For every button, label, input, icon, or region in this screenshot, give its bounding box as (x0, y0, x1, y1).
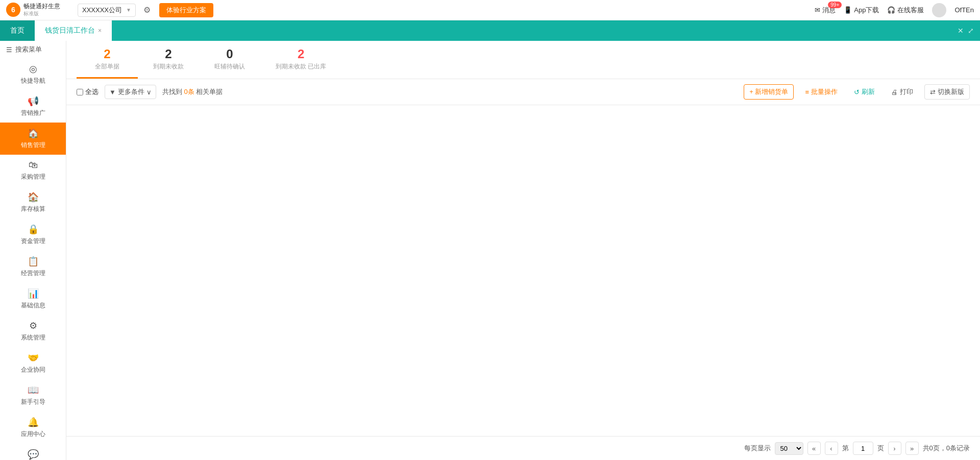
stat-tab-overdue[interactable]: 2 到期未收款 (138, 41, 199, 79)
tab-home-label: 首页 (10, 26, 24, 35)
tab-close-icon[interactable]: × (98, 27, 102, 34)
service-icon: 🎧 (887, 6, 895, 14)
stat-label-pending: 旺辅待确认 (214, 62, 245, 71)
first-page-button[interactable]: « (807, 442, 821, 455)
print-icon: 🖨 (891, 88, 898, 96)
batch-icon: ≡ (805, 88, 809, 96)
sidebar-item-capital[interactable]: 🔒 资金管理 (0, 219, 66, 251)
sidebar-item-quick-nav[interactable]: ◎ 快捷导航 (0, 58, 66, 90)
sidebar-item-app-center[interactable]: 🔔 应用中心 (0, 411, 66, 444)
batch-ops-button[interactable]: ≡ 批量操作 (800, 85, 843, 99)
sidebar-item-enterprise[interactable]: 🤝 企业协同 (0, 347, 66, 379)
inventory-icon: 🏠 (28, 191, 39, 203)
print-button[interactable]: 🖨 打印 (886, 85, 918, 99)
prev-page-button[interactable]: ‹ (825, 442, 838, 455)
stat-tab-overdue-shipped[interactable]: 2 到期未收款 已出库 (260, 41, 341, 79)
batch-label: 批量操作 (811, 87, 838, 96)
toolbar-right: + 新增销货单 ≡ 批量操作 ↺ 刷新 🖨 打印 ⇄ 切换新版 (744, 84, 970, 100)
capital-icon: 🔒 (28, 224, 39, 235)
stat-tab-all[interactable]: 2 全部单据 (77, 41, 138, 79)
found-count: 0条 (184, 88, 194, 95)
messages-badge: 99+ (828, 2, 842, 8)
app-title: 畅捷通好生意 (23, 3, 60, 10)
sidebar-item-wechat[interactable]: 💬 企业微信 (0, 444, 66, 460)
select-all-checkbox[interactable]: 全选 (77, 87, 99, 96)
messages-button[interactable]: ✉ 消息 99+ (815, 6, 836, 15)
filter-button[interactable]: ▼ 更多条件 ∨ (105, 85, 156, 99)
filter-icon: ▼ (109, 88, 116, 96)
add-sales-button[interactable]: + 新增销货单 (744, 84, 794, 100)
stats-tabs: 2 全部单据 2 到期未收款 0 旺辅待确认 2 到期未收款 已出库 (66, 41, 980, 79)
company-selector[interactable]: XXXXXX公司 ▼ (78, 4, 136, 17)
basic-info-label: 基础信息 (21, 301, 45, 310)
system-label: 系统管理 (21, 333, 45, 342)
sidebar-item-basic-info[interactable]: 📊 基础信息 (0, 283, 66, 315)
inventory-label: 库存核算 (21, 205, 45, 213)
pagination: 每页显示 50 100 « ‹ 第 页 › » 共0页，0条记录 (66, 436, 980, 460)
download-icon: 📱 (844, 6, 852, 14)
stat-label-overdue-shipped: 到期未收款 已出库 (276, 62, 326, 71)
last-page-button[interactable]: » (905, 442, 919, 455)
app-download-button[interactable]: 📱 App下载 (844, 6, 879, 15)
sales-label: 销售管理 (21, 141, 45, 150)
online-service-button[interactable]: 🎧 在线客服 (887, 6, 924, 15)
company-dropdown-arrow: ▼ (126, 7, 131, 13)
switch-icon: ⇄ (930, 88, 936, 96)
settings-icon: ⚙ (143, 5, 151, 15)
sales-icon: 🏠 (28, 128, 39, 139)
sidebar-item-guide[interactable]: 📖 新手引导 (0, 379, 66, 411)
app-name: 畅捷通好生意 标准版 (23, 3, 60, 17)
quick-nav-icon: ◎ (29, 63, 37, 75)
refresh-label: 刷新 (862, 87, 875, 96)
select-all-input[interactable] (77, 89, 83, 95)
logo-area: 6 畅捷通好生意 标准版 (6, 3, 72, 17)
stat-label-overdue: 到期未收款 (153, 62, 184, 71)
message-icon: ✉ (815, 6, 820, 14)
marketing-icon: 📢 (28, 95, 39, 107)
sidebar-item-marketing[interactable]: 📢 营销推广 (0, 90, 66, 123)
page-label-end: 页 (877, 444, 884, 453)
stat-tab-pending[interactable]: 0 旺辅待确认 (199, 41, 260, 79)
page-summary: 共0页，0条记录 (923, 444, 970, 453)
guide-icon: 📖 (28, 384, 39, 396)
system-icon: ⚙ (29, 320, 37, 331)
settings-button[interactable]: ⚙ (140, 3, 154, 17)
basic-info-icon: 📊 (28, 288, 39, 299)
refresh-button[interactable]: ↺ 刷新 (849, 85, 880, 99)
tab-cash-daily[interactable]: 钱货日清工作台 × (35, 20, 112, 41)
sidebar-item-system[interactable]: ⚙ 系统管理 (0, 315, 66, 347)
app-center-label: 应用中心 (21, 430, 45, 439)
purchase-label: 采购管理 (21, 173, 45, 181)
tab-close-window-icon[interactable]: ✕ (958, 27, 964, 35)
sidebar-item-inventory[interactable]: 🏠 库存核算 (0, 186, 66, 219)
top-header: 6 畅捷通好生意 标准版 XXXXXX公司 ▼ ⚙ 体验行业方案 ✉ 消息 99… (0, 0, 980, 20)
page-number-input[interactable] (853, 442, 873, 455)
next-page-button[interactable]: › (888, 442, 901, 455)
user-avatar[interactable] (932, 3, 946, 17)
marketing-label: 营销推广 (21, 109, 45, 117)
stat-count-overdue-shipped: 2 (298, 47, 304, 61)
stat-count-pending: 0 (226, 47, 233, 61)
sidebar-item-sales[interactable]: 🏠 销售管理 (0, 123, 66, 155)
table-area (66, 105, 980, 436)
app-subtitle: 标准版 (23, 10, 60, 17)
per-page-select[interactable]: 50 100 (775, 442, 803, 455)
sidebar-search[interactable]: ☰ 搜索菜单 (0, 41, 66, 58)
stat-count-all: 2 (104, 47, 110, 61)
tab-expand-icon[interactable]: ⤢ (968, 27, 974, 35)
tab-home[interactable]: 首页 (0, 20, 35, 41)
switch-version-button[interactable]: ⇄ 切换新版 (924, 84, 970, 100)
tab-cash-daily-label: 钱货日清工作台 (45, 26, 95, 35)
stat-count-overdue: 2 (165, 47, 172, 61)
tab-actions: ✕ ⤢ (958, 20, 980, 41)
trial-button[interactable]: 体验行业方案 (159, 3, 213, 17)
online-service-label: 在线客服 (897, 6, 924, 15)
sidebar: ☰ 搜索菜单 ◎ 快捷导航 📢 营销推广 🏠 销售管理 🛍 采购管理 🏠 库存核… (0, 41, 66, 460)
guide-label: 新手引导 (21, 398, 45, 406)
select-all-label: 全选 (85, 87, 99, 96)
user-name-area[interactable]: OfTEn (954, 6, 974, 14)
username-text: OfTEn (954, 6, 974, 14)
per-page-label: 每页显示 (744, 444, 771, 453)
sidebar-item-purchase[interactable]: 🛍 采购管理 (0, 155, 66, 186)
sidebar-item-operations[interactable]: 📋 经营管理 (0, 251, 66, 283)
